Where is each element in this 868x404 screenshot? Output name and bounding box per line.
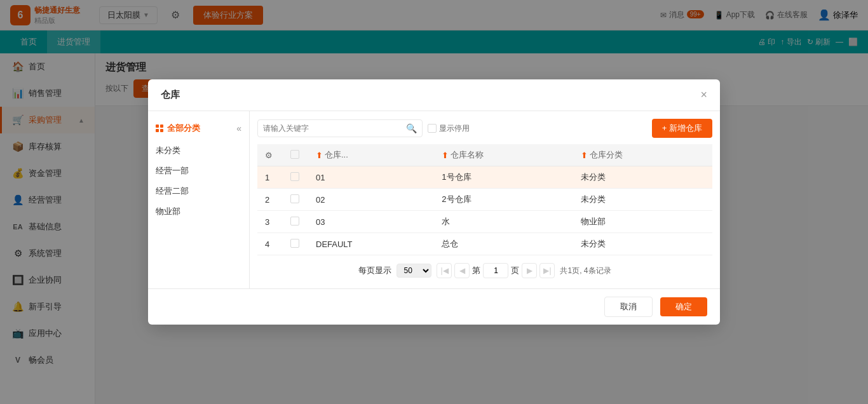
page-navigation: |◀ ◀ 第 页 ▶ ▶| bbox=[437, 263, 555, 278]
category-item-unclassified[interactable]: 未分类 bbox=[148, 140, 249, 161]
row-index: 1 bbox=[257, 166, 283, 189]
collapse-icon[interactable]: « bbox=[236, 123, 241, 133]
warehouse-modal: 仓库 × 全部分类 « 未分类 经营一部 经营二部 物业部 bbox=[148, 79, 720, 325]
row-name: 总仓 bbox=[434, 233, 573, 255]
grid-icon bbox=[156, 125, 163, 132]
th-category: ⬆ 仓库分类 bbox=[573, 144, 712, 166]
table-panel: 🔍 显示停用 + 新增仓库 ⚙ bbox=[250, 111, 720, 288]
show-disabled-checkbox[interactable] bbox=[428, 124, 437, 133]
prev-page-button[interactable]: ◀ bbox=[454, 263, 470, 278]
th-checkbox bbox=[283, 144, 308, 166]
warehouse-table: ⚙ ⬆ 仓库... bbox=[257, 144, 712, 255]
show-disabled-label[interactable]: 显示停用 bbox=[428, 123, 470, 134]
th-name: ⬆ 仓库名称 bbox=[434, 144, 573, 166]
modal-close-button[interactable]: × bbox=[700, 88, 707, 102]
table-row[interactable]: 3 03 水 物业部 bbox=[257, 211, 712, 233]
modal-footer: 取消 确定 bbox=[148, 288, 720, 325]
category-header: 全部分类 « bbox=[148, 119, 249, 140]
confirm-button[interactable]: 确定 bbox=[660, 297, 707, 316]
modal-header: 仓库 × bbox=[148, 79, 720, 111]
row-category: 未分类 bbox=[573, 189, 712, 211]
table-row[interactable]: 4 DEFAULT 总仓 未分类 bbox=[257, 233, 712, 255]
row-checkbox[interactable] bbox=[283, 233, 308, 255]
settings-icon: ⚙ bbox=[265, 151, 273, 160]
next-page-button[interactable]: ▶ bbox=[522, 263, 537, 278]
th-settings: ⚙ bbox=[257, 144, 283, 166]
table-toolbar: 🔍 显示停用 + 新增仓库 bbox=[257, 119, 712, 138]
search-icon: 🔍 bbox=[406, 123, 417, 133]
cancel-button[interactable]: 取消 bbox=[604, 297, 653, 317]
row-code: DEFAULT bbox=[308, 233, 434, 255]
row-checkbox[interactable] bbox=[283, 189, 308, 211]
modal-overlay: 仓库 × 全部分类 « 未分类 经营一部 经营二部 物业部 bbox=[0, 0, 868, 404]
row-checkbox[interactable] bbox=[283, 211, 308, 233]
th-code: ⬆ 仓库... bbox=[308, 144, 434, 166]
table-header: ⚙ ⬆ 仓库... bbox=[257, 144, 712, 166]
row-index: 4 bbox=[257, 233, 283, 255]
category-item-ops1[interactable]: 经营一部 bbox=[148, 161, 249, 181]
per-page-dropdown[interactable]: 50 20 100 bbox=[397, 264, 431, 278]
add-warehouse-button[interactable]: + 新增仓库 bbox=[652, 119, 712, 138]
page-number-input[interactable] bbox=[483, 263, 508, 278]
modal-body: 全部分类 « 未分类 经营一部 经营二部 物业部 🔍 bbox=[148, 111, 720, 288]
total-info: 共1页, 4条记录 bbox=[560, 266, 611, 276]
search-input[interactable] bbox=[263, 124, 406, 133]
row-name: 1号仓库 bbox=[434, 166, 573, 189]
row-index: 3 bbox=[257, 211, 283, 233]
search-box: 🔍 bbox=[257, 119, 423, 137]
sort-icon-name: ⬆ bbox=[442, 151, 449, 160]
row-code: 03 bbox=[308, 211, 434, 233]
table-row[interactable]: 1 01 1号仓库 未分类 bbox=[257, 166, 712, 189]
category-item-property[interactable]: 物业部 bbox=[148, 201, 249, 222]
sort-icon-cat: ⬆ bbox=[581, 151, 588, 160]
category-panel: 全部分类 « 未分类 经营一部 经营二部 物业部 bbox=[148, 111, 250, 288]
table-container: ⚙ ⬆ 仓库... bbox=[257, 144, 712, 255]
sort-icon: ⬆ bbox=[316, 151, 323, 160]
first-page-button[interactable]: |◀ bbox=[437, 263, 452, 278]
last-page-button[interactable]: ▶| bbox=[539, 263, 555, 278]
row-code: 02 bbox=[308, 189, 434, 211]
row-category: 未分类 bbox=[573, 166, 712, 189]
row-checkbox[interactable] bbox=[283, 166, 308, 189]
row-name: 2号仓库 bbox=[434, 189, 573, 211]
per-page-select[interactable]: 50 20 100 bbox=[397, 264, 431, 278]
pagination: 每页显示 50 20 100 |◀ ◀ 第 页 ▶ bbox=[257, 255, 712, 281]
row-code: 01 bbox=[308, 166, 434, 189]
table-row[interactable]: 2 02 2号仓库 未分类 bbox=[257, 189, 712, 211]
table-body: 1 01 1号仓库 未分类 2 02 2号仓库 未分类 3 03 水 物业部 4… bbox=[257, 166, 712, 255]
all-category-item[interactable]: 全部分类 bbox=[156, 123, 200, 134]
category-item-ops2[interactable]: 经营二部 bbox=[148, 181, 249, 201]
row-index: 2 bbox=[257, 189, 283, 211]
row-category: 物业部 bbox=[573, 211, 712, 233]
select-all-checkbox[interactable] bbox=[290, 150, 299, 159]
row-name: 水 bbox=[434, 211, 573, 233]
modal-title: 仓库 bbox=[161, 89, 180, 101]
row-category: 未分类 bbox=[573, 233, 712, 255]
